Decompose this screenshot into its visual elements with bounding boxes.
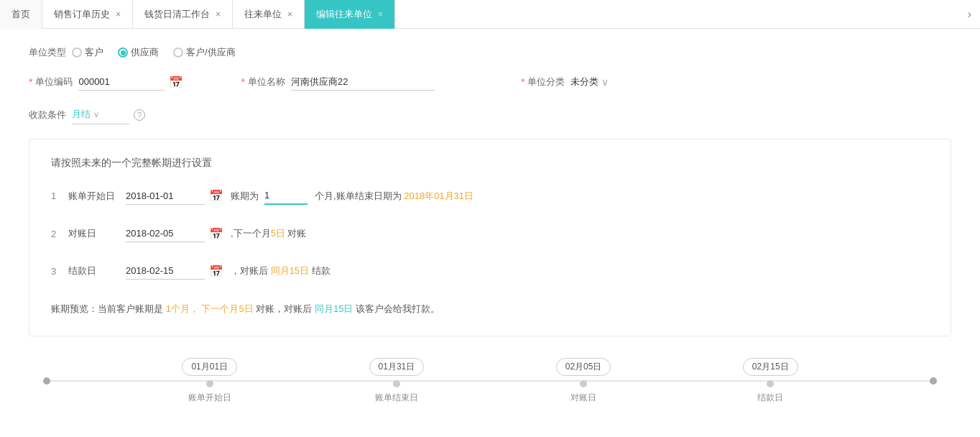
period-row-1-date-input[interactable] [126,188,205,205]
period-row-2-date-input[interactable] [126,225,205,242]
payment-help-icon[interactable]: ? [134,109,145,121]
period-row-1-num: 1 [51,190,68,201]
tab-sales-history[interactable]: 销售订单历史 × [42,0,133,29]
preview-period2: 下一个月5日 [201,303,253,314]
unit-type-radio-group: 客户 供应商 客户/供应商 [72,46,236,59]
payment-item: 收款条件 月结 ∨ ? [29,105,145,124]
payment-row: 收款条件 月结 ∨ ? [29,105,951,124]
timeline-node-2-badge: 01月31日 [369,358,425,376]
period-row-3-date-input[interactable] [126,262,205,280]
unit-code-input-wrap: 📅 [78,73,183,91]
preview-text: 账期预览：当前客户账期是 1个月， 下一个月5日 对账，对账后 同月15日 该客… [51,303,440,314]
unit-type-label: 单位类型 [29,46,66,59]
timeline-node-3-label: 对账日 [570,392,596,404]
radio-supplier-label: 供应商 [131,46,159,59]
period-row-1-calendar-icon[interactable]: 📅 [209,189,223,203]
timeline-node-2-dot [393,380,400,387]
period-row-1: 1 账单开始日 📅 账期为 个月,账单结束日期为 2018年01月31日 [51,187,929,205]
period-row-1-desc-suffix: 个月,账单结束日期为 2018年01月31日 [315,190,473,203]
timeline-right-dot [930,377,937,385]
timeline-node-1-badge: 01月01日 [182,358,237,376]
unit-code-input[interactable] [78,73,165,91]
timeline-node-1: 01月01日 账单开始日 [182,358,237,404]
tab-cash-work[interactable]: 钱货日清工作台 × [133,0,233,29]
tab-home[interactable]: 首页 [0,0,42,29]
period-row-3: 3 结款日 📅 ，对账后 同月15日 结款 [51,262,929,280]
timeline-node-3-dot [580,380,587,387]
payment-dropdown-arrow: ∨ [93,110,99,119]
period-row-2-calendar-icon[interactable]: 📅 [209,227,223,241]
period-row-3-calendar-icon[interactable]: 📅 [209,264,223,278]
preview-period: 1个月， [166,303,199,314]
timeline-node-1-label: 账单开始日 [188,392,231,404]
timeline-left-dot [43,377,50,385]
unit-code-item: * 单位编码 📅 [29,73,183,91]
tab-cash-work-label: 钱货日清工作台 [144,8,210,21]
timeline-left-endpoint [43,377,50,385]
tab-edit-partner-label: 编辑往来单位 [316,8,372,21]
period-row-2: 2 对账日 📅 ,下一个月5日 对账 [51,225,929,242]
unit-type-row: 单位类型 客户 供应商 客户/供应商 [29,46,951,59]
unit-class-arrow-icon: ∨ [601,76,609,88]
period-row-1-end-date: 2018年01月31日 [404,190,473,201]
tab-edit-partner[interactable]: 编辑往来单位 × [305,0,395,29]
period-card: 请按照未来的一个完整帐期进行设置 1 账单开始日 📅 账期为 个月,账单结束日期… [29,139,951,336]
tab-bar: 首页 销售订单历史 × 钱货日清工作台 × 往来单位 × 编辑往来单位 × › [0,0,980,29]
unit-class-item: * 单位分类 未分类 ∨ [521,75,671,88]
tab-expand-button[interactable]: › [959,8,980,21]
period-row-1-date-wrap: 📅 [126,188,223,205]
radio-customer-label: 客户 [85,46,103,59]
unit-type-item: 单位类型 客户 供应商 客户/供应商 [29,46,236,59]
period-row-3-date-wrap: 📅 [126,262,223,280]
tab-partner-unit[interactable]: 往来单位 × [233,0,305,29]
period-row-3-label: 结款日 [68,264,126,277]
payment-dropdown[interactable]: 月结 ∨ [72,105,129,124]
page-content: 单位类型 客户 供应商 客户/供应商 * 单位编码 [0,29,980,437]
period-card-title: 请按照未来的一个完整帐期进行设置 [51,157,929,170]
unit-name-input[interactable] [291,73,435,91]
tab-home-label: 首页 [11,8,30,21]
period-row-2-highlight: 5日 [271,228,285,239]
unit-code-star: * [29,76,32,88]
preview-payment-day: 同月15日 [315,303,353,314]
timeline-node-3: 02月05日 对账日 [556,358,611,404]
radio-customer[interactable]: 客户 [72,46,103,59]
period-row-3-highlight: 同月15日 [271,265,309,276]
timeline-node-4-badge: 02月15日 [743,358,798,376]
unit-name-label: 单位名称 [248,75,285,88]
period-row-2-num: 2 [51,229,68,239]
unit-class-star: * [521,76,524,88]
timeline-node-4-dot [767,380,774,387]
period-row-1-desc-prefix: 账期为 [231,190,259,203]
period-row-1-label: 账单开始日 [68,190,126,203]
radio-supplier[interactable]: 供应商 [118,46,159,59]
period-row-1-month-input[interactable] [264,187,308,205]
unit-class-value: 未分类 [570,75,598,88]
unit-code-icon[interactable]: 📅 [169,75,183,89]
tab-sales-history-close[interactable]: × [116,9,121,19]
timeline-section: 01月01日 账单开始日 01月31日 账单结束日 02月05日 对账日 [29,358,951,404]
radio-both-label: 客户/供应商 [186,46,236,59]
tab-edit-partner-close[interactable]: × [378,9,383,19]
tab-partner-unit-close[interactable]: × [287,9,292,19]
timeline-node-1-dot [206,380,213,387]
radio-customer-circle [72,47,82,58]
timeline-node-2-label: 账单结束日 [375,392,418,404]
unit-class-label: 单位分类 [527,75,565,88]
unit-class-dropdown[interactable]: 未分类 ∨ [570,75,671,88]
unit-code-label: 单位编码 [35,75,73,88]
tab-cash-work-close[interactable]: × [216,9,221,19]
tab-partner-unit-label: 往来单位 [244,8,282,21]
radio-both[interactable]: 客户/供应商 [173,46,236,59]
radio-both-circle [173,47,183,58]
timeline-node-3-badge: 02月05日 [556,358,611,376]
tab-sales-history-label: 销售订单历史 [54,8,110,21]
period-row-3-num: 3 [51,266,68,277]
unit-name-star: * [241,76,244,88]
payment-label: 收款条件 [29,109,66,121]
period-row-2-date-wrap: 📅 [126,225,223,242]
period-row-3-desc: ，对账后 同月15日 结款 [231,264,330,277]
timeline-node-4-label: 结款日 [757,392,783,404]
timeline-right-endpoint [930,377,937,385]
radio-supplier-circle [118,47,128,58]
